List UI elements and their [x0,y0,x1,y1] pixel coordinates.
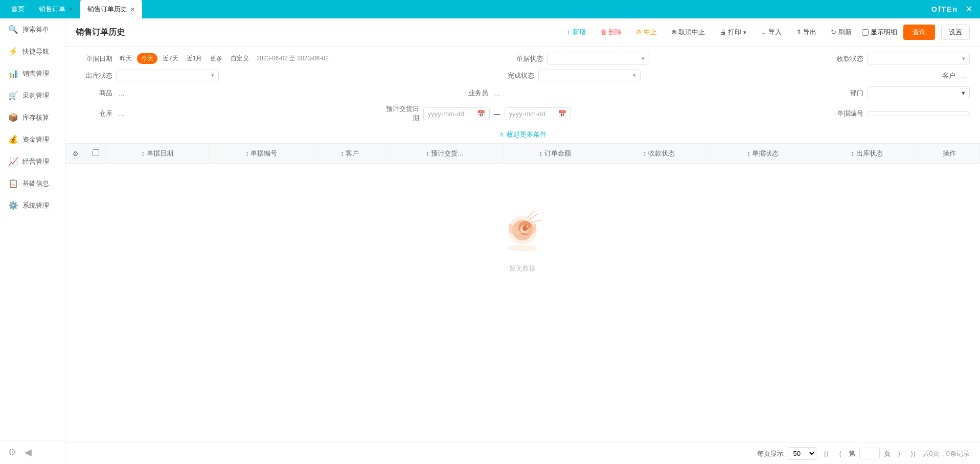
per-page-label: 每页显示 [757,449,784,458]
warehouse-select-btn[interactable]: ... [117,109,127,118]
sidebar-item-search-menu[interactable]: 🔍 搜索菜单 [0,18,65,40]
tab-home[interactable]: 首页 [4,0,32,18]
basic-info-icon: 📋 [8,179,18,188]
system-mgmt-icon: ⚙️ [8,201,18,210]
sidebar-item-operation-mgmt[interactable]: 📈 经营管理 [0,150,65,172]
sidebar-item-basic-info[interactable]: 📋 基础信息 [0,172,65,194]
date-today-btn[interactable]: 今天 [137,53,157,64]
th-number: ↕ 单据编号 [209,144,313,164]
cancel-stop-button[interactable]: ⊗ 取消中止 [667,26,710,39]
svg-point-0 [507,245,538,251]
top-bar: 首页 销售订单 ✕ 销售订单历史 ✕ OfTEn ✕ [0,0,980,18]
complete-status-label: 完成状态 [497,71,534,80]
first-page-btn[interactable]: ⟨⟨ [821,449,832,459]
refresh-button[interactable]: ↻ 刷新 [827,26,856,39]
export-button[interactable]: ⇑ 导出 [792,26,821,39]
dept-caret-icon: ▾ [962,89,965,97]
select-all-checkbox[interactable] [93,149,99,156]
sidebar-item-fund-mgmt[interactable]: 💰 资金管理 [0,128,65,150]
import-button[interactable]: ⇓ 导入 [757,26,786,39]
date-7days-btn[interactable]: 近7天 [159,53,181,64]
close-sales-order-history-tab[interactable]: ✕ [130,6,135,13]
page-title: 销售订单历史 [76,27,125,38]
toolbar: + 新增 🗑 删除 ⊘ 中止 ⊗ 取消中止 🖨 打印 ▾ ⇓ 导入 [562,25,970,40]
close-sales-order-tab[interactable]: ✕ [69,6,73,13]
expected-date-end-input[interactable]: yyyy-mm-dd 📅 [505,107,571,120]
outbound-status-select[interactable]: ▾ [117,70,219,81]
date-custom-btn[interactable]: 自定义 [227,53,252,64]
quick-nav-icon: ⚡ [8,47,18,56]
collapse-more-conditions[interactable]: ∧ 收起更多条件 [76,128,970,141]
empty-image [497,205,548,256]
prev-page-btn[interactable]: ⟨ [836,449,845,459]
th-outbound-status: ↕ 出库状态 [815,144,919,164]
sidebar-item-purchase-mgmt[interactable]: 🛒 采购管理 [0,84,65,106]
sidebar-settings-icon[interactable]: ⚙ [8,447,16,458]
bill-status-caret-icon: ▾ [642,55,645,62]
dept-select[interactable]: ▾ [868,86,970,99]
window-close-button[interactable]: ✕ [962,4,976,15]
operation-mgmt-icon: 📈 [8,157,18,166]
th-expected-date: ↕ 预计交货... [386,144,503,164]
inventory-check-icon: 📦 [8,113,18,122]
complete-status-select[interactable]: ▾ [538,70,641,81]
new-button[interactable]: + 新增 [562,26,589,39]
table-settings-icon[interactable]: ⚙ [73,150,79,158]
receipt-status-select[interactable]: ▾ [868,53,970,64]
svg-line-8 [530,214,539,219]
purchase-mgmt-icon: 🛒 [8,91,18,100]
print-button[interactable]: 🖨 打印 ▾ [716,26,751,39]
bill-status-select[interactable]: ▾ [547,53,649,64]
page-header: 销售订单历史 + 新增 🗑 删除 ⊘ 中止 ⊗ 取消中止 🖨 打印 ▾ [65,18,980,47]
delete-button[interactable]: 🗑 删除 [596,26,626,39]
date-yesterday-btn[interactable]: 昨天 [117,53,135,64]
date-more-btn[interactable]: 更多 [207,53,225,64]
receipt-status-label: 收款状态 [827,54,863,63]
calendar-end-icon[interactable]: 📅 [558,110,566,118]
bill-status-label: 单据状态 [506,54,543,63]
total-records-info: 共0页，0条记录 [923,449,970,458]
calendar-start-icon[interactable]: 📅 [477,110,485,118]
stop-button[interactable]: ⊘ 中止 [632,26,661,39]
sidebar-item-quick-nav[interactable]: ⚡ 快捷导航 [0,40,65,62]
per-page-select[interactable]: 10 20 50 100 [788,447,816,460]
sidebar: 🔍 搜索菜单 ⚡ 快捷导航 📊 销售管理 🛒 采购管理 📦 库存核算 💰 资金管… [0,18,65,464]
data-table: ⚙ ↕ 单据日期 ↕ 单据编号 ↕ 客户 [65,144,980,314]
sidebar-item-system-mgmt[interactable]: ⚙️ 系统管理 [0,194,65,216]
customer-label: 客户 [919,71,955,80]
show-detail-checkbox[interactable] [862,29,869,36]
page-number-input[interactable]: 1 [859,448,880,459]
dept-label: 部门 [827,89,863,98]
print-caret-icon: ▾ [743,29,746,36]
sidebar-collapse-icon[interactable]: ◀ [25,447,32,458]
page-label-prefix: 第 [849,449,855,458]
filter-row-1: 单据日期 昨天 今天 近7天 近1月 更多 自定义 2023-06-02 至 2… [76,53,970,64]
date-1month-btn[interactable]: 近1月 [184,53,206,64]
th-operation: 操作 [919,144,979,164]
content-area: 销售订单历史 + 新增 🗑 删除 ⊘ 中止 ⊗ 取消中止 🖨 打印 ▾ [65,18,980,464]
salesperson-select-btn[interactable]: ... [492,89,503,97]
tab-sales-order[interactable]: 销售订单 ✕ [32,0,80,18]
query-button[interactable]: 查询 [903,25,935,40]
sidebar-item-inventory-check[interactable]: 📦 库存核算 [0,106,65,128]
sidebar-item-sales-mgmt[interactable]: 📊 销售管理 [0,62,65,84]
svg-point-6 [526,226,528,228]
settings-button[interactable]: 设置 [941,25,970,40]
tab-sales-order-history[interactable]: 销售订单历史 ✕ [80,0,142,18]
page-label-suffix: 页 [884,449,891,458]
expected-date-start-input[interactable]: yyyy-mm-dd 📅 [423,107,490,120]
next-page-btn[interactable]: ⟩ [895,449,903,459]
expected-date-label: 预计交货日期 [382,104,419,123]
customer-select-btn[interactable]: ... [960,72,970,80]
table-area: ⚙ ↕ 单据日期 ↕ 单据编号 ↕ 客户 [65,144,980,443]
sales-mgmt-icon: 📊 [8,69,18,78]
last-page-btn[interactable]: ⟩⟩ [907,449,919,459]
outbound-status-label: 出库状态 [76,71,112,80]
filter-area: 单据日期 昨天 今天 近7天 近1月 更多 自定义 2023-06-02 至 2… [65,47,980,144]
receipt-status-caret-icon: ▾ [962,55,965,62]
show-detail-checkbox-label[interactable]: 显示明细 [862,28,897,37]
empty-state: 暂无数据 [65,164,980,314]
bill-number-input[interactable] [868,111,970,116]
goods-select-btn[interactable]: ... [117,89,127,97]
th-customer: ↕ 客户 [313,144,386,164]
